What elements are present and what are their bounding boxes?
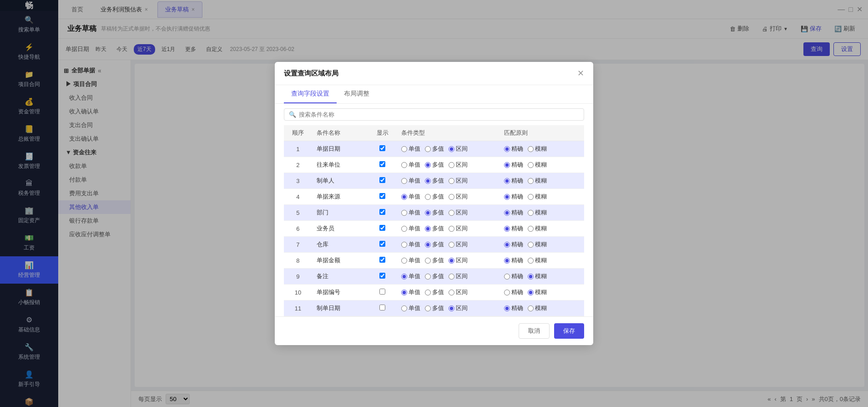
- search-input[interactable]: [299, 111, 390, 118]
- match-radio-fuzzy[interactable]: 模糊: [528, 177, 547, 185]
- type-radio-range[interactable]: 区间: [449, 272, 468, 280]
- match-radio-fuzzy[interactable]: 模糊: [528, 288, 547, 296]
- match-radio-fuzzy[interactable]: 模糊: [528, 272, 547, 280]
- type-radio-multi[interactable]: 多值: [425, 145, 444, 153]
- type-radio-single[interactable]: 单值: [401, 193, 420, 201]
- match-radio-exact[interactable]: 精确: [504, 304, 523, 312]
- type-radio-cell: 单值多值区间: [397, 253, 500, 269]
- display-checkbox[interactable]: [379, 209, 385, 215]
- type-radio-single[interactable]: 单值: [401, 256, 420, 265]
- cancel-button[interactable]: 取消: [519, 323, 550, 339]
- table-row: 2: [284, 157, 312, 173]
- match-radio-fuzzy[interactable]: 模糊: [528, 256, 547, 265]
- type-radio-range[interactable]: 区间: [449, 240, 468, 249]
- type-radio-range[interactable]: 区间: [449, 288, 468, 296]
- condition-name: 制单人: [312, 173, 368, 189]
- type-radio-range[interactable]: 区间: [449, 193, 468, 201]
- display-checkbox[interactable]: [379, 193, 385, 199]
- match-radio-fuzzy[interactable]: 模糊: [528, 161, 547, 169]
- type-radio-multi[interactable]: 多值: [425, 193, 444, 201]
- type-radio-single[interactable]: 单值: [401, 272, 420, 280]
- match-radio-exact[interactable]: 精确: [504, 177, 523, 185]
- match-radio-cell: 精确模糊: [500, 205, 584, 221]
- condition-name: 备注: [312, 269, 368, 285]
- search-icon: 🔍: [289, 111, 296, 118]
- type-radio-single[interactable]: 单值: [401, 161, 420, 169]
- display-checkbox[interactable]: [379, 257, 385, 263]
- condition-name: 单据日期: [312, 141, 368, 157]
- type-radio-range[interactable]: 区间: [449, 224, 468, 233]
- type-radio-single[interactable]: 单值: [401, 304, 420, 312]
- table-row: 3: [284, 173, 312, 189]
- match-radio-cell: 精确模糊: [500, 253, 584, 269]
- modal-tabs: 查询字段设置 布局调整: [275, 85, 593, 104]
- type-radio-multi[interactable]: 多值: [425, 240, 444, 249]
- type-radio-single[interactable]: 单值: [401, 209, 420, 217]
- display-checkbox[interactable]: [379, 161, 385, 167]
- display-checkbox[interactable]: [379, 241, 385, 247]
- condition-name: 单据金额: [312, 253, 368, 269]
- type-radio-cell: 单值多值区间: [397, 141, 500, 157]
- type-radio-multi[interactable]: 多值: [425, 256, 444, 265]
- match-radio-fuzzy[interactable]: 模糊: [528, 209, 547, 217]
- type-radio-multi[interactable]: 多值: [425, 209, 444, 217]
- match-radio-exact[interactable]: 精确: [504, 288, 523, 296]
- modal-header: 设置查询区域布局 ✕: [275, 62, 593, 85]
- match-radio-exact[interactable]: 精确: [504, 145, 523, 153]
- match-radio-exact[interactable]: 精确: [504, 161, 523, 169]
- display-checkbox[interactable]: [379, 305, 385, 310]
- type-radio-range[interactable]: 区间: [449, 256, 468, 265]
- match-radio-fuzzy[interactable]: 模糊: [528, 240, 547, 249]
- type-radio-multi[interactable]: 多值: [425, 288, 444, 296]
- display-checkbox[interactable]: [379, 145, 385, 151]
- modal-close-button[interactable]: ✕: [577, 68, 584, 78]
- match-radio-exact[interactable]: 精确: [504, 272, 523, 280]
- type-radio-multi[interactable]: 多值: [425, 304, 444, 312]
- confirm-button[interactable]: 保存: [554, 323, 584, 339]
- match-radio-fuzzy[interactable]: 模糊: [528, 304, 547, 312]
- display-checkbox-cell: [368, 253, 397, 269]
- match-radio-cell: 精确模糊: [500, 173, 584, 189]
- type-radio-single[interactable]: 单值: [401, 177, 420, 185]
- type-radio-multi[interactable]: 多值: [425, 224, 444, 233]
- display-checkbox[interactable]: [379, 273, 385, 279]
- match-radio-exact[interactable]: 精确: [504, 224, 523, 233]
- type-radio-cell: 单值多值区间: [397, 269, 500, 285]
- display-checkbox-cell: [368, 237, 397, 253]
- type-radio-cell: 单值多值区间: [397, 221, 500, 237]
- type-radio-range[interactable]: 区间: [449, 304, 468, 312]
- type-radio-cell: 单值多值区间: [397, 189, 500, 205]
- display-checkbox[interactable]: [379, 289, 385, 295]
- type-radio-multi[interactable]: 多值: [425, 272, 444, 280]
- type-radio-range[interactable]: 区间: [449, 145, 468, 153]
- modal-dialog: 设置查询区域布局 ✕ 查询字段设置 布局调整 🔍 顺序: [275, 62, 593, 345]
- display-checkbox[interactable]: [379, 177, 385, 183]
- match-radio-exact[interactable]: 精确: [504, 256, 523, 265]
- match-radio-exact[interactable]: 精确: [504, 209, 523, 217]
- match-radio-fuzzy[interactable]: 模糊: [528, 145, 547, 153]
- modal-tab-fields[interactable]: 查询字段设置: [284, 85, 337, 103]
- type-radio-range[interactable]: 区间: [449, 161, 468, 169]
- display-checkbox-cell: [368, 157, 397, 173]
- match-radio-cell: 精确模糊: [500, 237, 584, 253]
- display-checkbox-cell: [368, 221, 397, 237]
- type-radio-multi[interactable]: 多值: [425, 161, 444, 169]
- type-radio-single[interactable]: 单值: [401, 240, 420, 249]
- type-radio-single[interactable]: 单值: [401, 145, 420, 153]
- match-radio-fuzzy[interactable]: 模糊: [528, 224, 547, 233]
- condition-name: 单据编号: [312, 285, 368, 300]
- match-radio-exact[interactable]: 精确: [504, 193, 523, 201]
- th-match: 匹配原则: [500, 125, 584, 141]
- type-radio-range[interactable]: 区间: [449, 209, 468, 217]
- modal-tab-fields-label: 查询字段设置: [291, 90, 329, 97]
- display-checkbox[interactable]: [379, 225, 385, 231]
- match-radio-fuzzy[interactable]: 模糊: [528, 193, 547, 201]
- modal-tab-layout[interactable]: 布局调整: [337, 85, 377, 103]
- match-radio-cell: 精确模糊: [500, 189, 584, 205]
- type-radio-multi[interactable]: 多值: [425, 177, 444, 185]
- type-radio-range[interactable]: 区间: [449, 177, 468, 185]
- type-radio-single[interactable]: 单值: [401, 288, 420, 296]
- match-radio-exact[interactable]: 精确: [504, 240, 523, 249]
- type-radio-single[interactable]: 单值: [401, 224, 420, 233]
- condition-name: 制单日期: [312, 300, 368, 316]
